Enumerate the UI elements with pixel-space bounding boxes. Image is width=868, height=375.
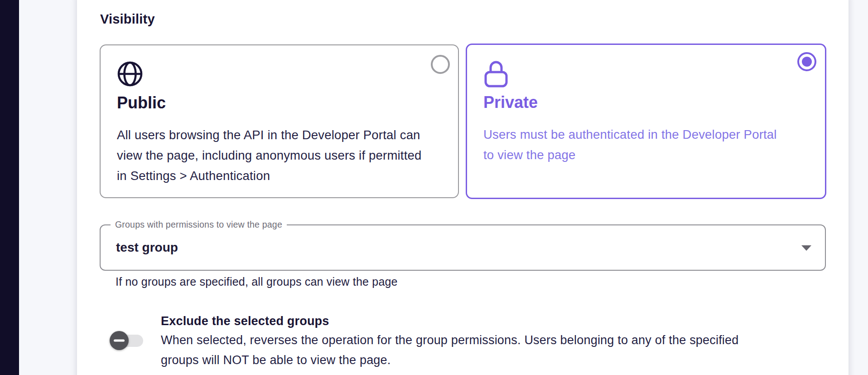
private-option-description: Users must be authenticated in the Devel… [483,124,823,165]
visibility-option-private[interactable]: Private Users must be authenticated in t… [466,44,826,199]
private-radio-button[interactable] [797,52,816,71]
visibility-option-public[interactable]: Public All users browsing the API in the… [100,44,459,198]
exclude-groups-label: Exclude the selected groups [161,312,827,330]
visibility-section-title: Visibility [100,12,155,27]
groups-select-hint: If no groups are specified, all groups c… [116,275,398,288]
lock-icon [483,60,509,90]
private-option-title: Private [483,93,538,112]
public-option-description: All users browsing the API in the Develo… [117,125,452,186]
toggle-thumb-minus-icon[interactable] [110,331,129,350]
public-option-title: Public [117,93,166,112]
page-canvas: Visibility Public All users browsing the… [0,0,868,375]
exclude-groups-description: When selected, reverses the operation fo… [161,330,827,370]
groups-select-label: Groups with permissions to view the page [111,219,287,230]
page-settings-panel: Visibility Public All users browsing the… [77,0,849,375]
globe-icon [117,60,143,89]
groups-select-value: test group [116,240,178,255]
app-sidebar [0,0,19,375]
groups-select-field[interactable]: Groups with permissions to view the page… [100,224,826,271]
public-radio-button[interactable] [431,55,450,74]
exclude-groups-toggle[interactable] [110,331,144,350]
chevron-down-icon[interactable] [801,245,811,251]
exclude-groups-text-block: Exclude the selected groups When selecte… [161,312,827,370]
